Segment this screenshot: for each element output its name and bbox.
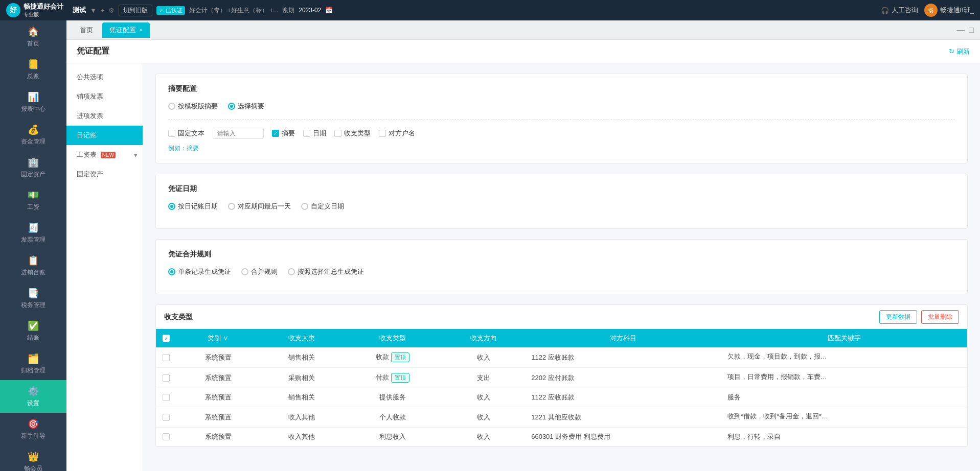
merge-radio-group: 单条记录生成凭证 合并规则 按照选择汇总生成凭证 xyxy=(168,267,955,276)
row-account: 2202 应付账款 xyxy=(525,368,721,388)
plus-icon[interactable]: + xyxy=(101,7,105,14)
section-title-income: 收支类型 xyxy=(164,313,193,322)
sidebar-item-close[interactable]: ✅ 结账 xyxy=(0,315,66,347)
sidebar-item-tax[interactable]: 📑 税务管理 xyxy=(0,282,66,315)
checkbox-box-summary: ✓ xyxy=(272,130,279,137)
row-checkbox[interactable] xyxy=(156,428,176,446)
update-data-button[interactable]: 更新数据 xyxy=(879,310,917,324)
radio-single-record[interactable]: 单条记录生成凭证 xyxy=(168,267,231,276)
radio-template-summary[interactable]: 按模板版摘要 xyxy=(168,102,218,111)
row-checkbox[interactable] xyxy=(156,407,176,428)
dropdown-icon[interactable]: ▼ xyxy=(90,7,97,14)
row-type: 利息收入 xyxy=(343,428,442,446)
minimize-button[interactable]: — xyxy=(956,26,965,35)
nav-item-journal[interactable]: 日记账 xyxy=(66,126,143,145)
checkbox-summary[interactable]: ✓ 摘要 xyxy=(272,129,295,138)
sidebar-item-settings[interactable]: ⚙️ 设置 xyxy=(0,380,66,413)
nav-item-sales-invoice[interactable]: 销项发票 xyxy=(66,87,143,106)
checkbox-fixed-text[interactable]: 固定文本 xyxy=(168,129,204,138)
sidebar-item-home[interactable]: 🏠 首页 xyxy=(0,20,66,53)
checkbox-income-type[interactable]: 收支类型 xyxy=(334,129,371,138)
sidebar-label-close: 结账 xyxy=(27,334,39,342)
row-direction: 支出 xyxy=(442,368,525,388)
summary-checkbox-row: 固定文本 ✓ 摘要 日期 收支类型 xyxy=(168,128,955,139)
nav-item-payroll[interactable]: 工资表 NEW ▾ xyxy=(66,145,143,164)
row-type: 个人收款 xyxy=(343,407,442,428)
income-expense-section: 收支类型 更新数据 批量删除 ✓ 类别 ∨ xyxy=(155,304,968,447)
settings-icon: ⚙️ xyxy=(28,386,39,397)
select-all-checkbox[interactable]: ✓ xyxy=(163,335,170,342)
row-category: 系统预置 xyxy=(176,347,260,368)
main-area: 首页 凭证配置 × — □ 凭证配置 ↻ 刷新 公共选项 销项发票 进项发票 xyxy=(66,20,980,471)
table-toolbar: 收支类型 更新数据 批量删除 xyxy=(156,305,967,329)
refresh-label: 刷新 xyxy=(956,47,970,56)
customer-service[interactable]: 🎧 人工咨询 xyxy=(881,6,918,15)
fixed-text-input[interactable] xyxy=(213,128,264,139)
row-type: 收款 置顶 xyxy=(343,347,442,368)
table-row: 系统预置 销售相关 提供服务 收入 1122 应收账款 服务 xyxy=(156,388,967,407)
period-value: 2023-02 xyxy=(299,7,321,14)
tab-label-voucher: 凭证配置 xyxy=(109,26,136,35)
radio-select-summary[interactable]: 选择摘要 xyxy=(228,102,264,111)
radio-merge-rule[interactable]: 合并规则 xyxy=(241,267,278,276)
radio-aggregate[interactable]: 按照选择汇总生成凭证 xyxy=(288,267,364,276)
radio-journal-date[interactable]: 按日记账日期 xyxy=(168,202,218,211)
radio-circle-single xyxy=(168,268,175,275)
sidebar-item-vip[interactable]: 👑 畅会员 xyxy=(0,445,66,471)
new-badge: NEW xyxy=(101,152,116,158)
sidebar-item-salary[interactable]: 💵 工资 xyxy=(0,184,66,217)
batch-delete-button[interactable]: 批量删除 xyxy=(921,310,959,324)
gear-icon[interactable]: ⚙ xyxy=(108,7,115,14)
content-area: 凭证配置 ↻ 刷新 公共选项 销项发票 进项发票 日记账 工资表 NEW ▾ 固… xyxy=(66,40,980,471)
summary-radio-group: 按模板版摘要 选择摘要 xyxy=(168,102,955,111)
radio-circle-custom xyxy=(301,203,308,210)
row-checkbox[interactable] xyxy=(156,368,176,388)
certified-badge: ✓ 已认证 xyxy=(156,6,185,15)
radio-circle-template xyxy=(168,103,175,110)
tab-voucher-config[interactable]: 凭证配置 × xyxy=(102,22,150,38)
sidebar-item-invoice[interactable]: 🧾 发票管理 xyxy=(0,217,66,249)
checkbox-date[interactable]: 日期 xyxy=(303,129,326,138)
row-account: 1221 其他应收款 xyxy=(525,407,721,428)
tab-close-icon[interactable]: × xyxy=(139,27,143,34)
nav-item-fixed-assets[interactable]: 固定资产 xyxy=(66,164,143,184)
sidebar-label-archive: 归档管理 xyxy=(21,366,45,375)
radio-period-last-day[interactable]: 对应期间最后一天 xyxy=(228,202,291,211)
calendar-icon[interactable]: 📅 xyxy=(325,7,333,14)
sidebar-item-archive[interactable]: 🗂️ 归档管理 xyxy=(0,347,66,380)
example-text: 例如：摘要 xyxy=(168,144,955,153)
close-accounts-icon: ✅ xyxy=(28,320,39,332)
row-checkbox[interactable] xyxy=(156,388,176,407)
row-keywords: 欠款，现金，项目款，到款，报销款，汇入，... xyxy=(721,347,967,368)
maximize-button[interactable]: □ xyxy=(969,26,974,35)
sidebar-item-reports[interactable]: 📊 报表中心 xyxy=(0,86,66,119)
checkbox-counterparty[interactable]: 对方户名 xyxy=(379,129,415,138)
sidebar-item-assets[interactable]: 🏢 固定资产 xyxy=(0,151,66,184)
logo-sub: 专业版 xyxy=(24,11,63,18)
user-menu[interactable]: 畅 畅捷通8班_ xyxy=(924,4,974,17)
radio-circle-period-last xyxy=(228,203,235,210)
table-row: 系统预置 收入其他 个人收款 收入 1221 其他应收款 收到*借款，收到*备用… xyxy=(156,407,967,428)
refresh-button[interactable]: ↻ 刷新 xyxy=(949,47,970,62)
nav-item-purchase-invoice[interactable]: 进项发票 xyxy=(66,106,143,126)
switch-version-button[interactable]: 切到旧版 xyxy=(119,5,152,16)
nav-item-public[interactable]: 公共选项 xyxy=(66,67,143,87)
subscription-info: 好会计（专） +好生意（标） +... xyxy=(189,6,279,15)
sidebar-label-assets: 固定资产 xyxy=(21,170,45,179)
sidebar-item-ledger[interactable]: 📒 总账 xyxy=(0,53,66,86)
topbar-right: 🎧 人工咨询 畅 畅捷通8班_ xyxy=(881,4,974,17)
merge-section: 凭证合并规则 单条记录生成凭证 合并规则 按照选择汇总生成凭证 xyxy=(155,239,968,294)
tab-home[interactable]: 首页 xyxy=(73,22,100,38)
row-keywords: 服务 xyxy=(721,388,967,407)
sidebar-item-purchase[interactable]: 📋 进销台账 xyxy=(0,249,66,282)
sidebar-item-guide[interactable]: 🎯 新手引导 xyxy=(0,413,66,445)
merge-title: 凭证合并规则 xyxy=(168,250,955,259)
radio-circle-journal-date xyxy=(168,203,175,210)
right-content: 摘要配置 按模板版摘要 选择摘要 xyxy=(143,63,980,471)
th-checkbox[interactable]: ✓ xyxy=(156,329,176,347)
sidebar-item-finance[interactable]: 💰 资金管理 xyxy=(0,119,66,151)
radio-custom-date[interactable]: 自定义日期 xyxy=(301,202,344,211)
row-account: 1122 应收账款 xyxy=(525,347,721,368)
row-checkbox[interactable] xyxy=(156,347,176,368)
row-category: 系统预置 xyxy=(176,407,260,428)
